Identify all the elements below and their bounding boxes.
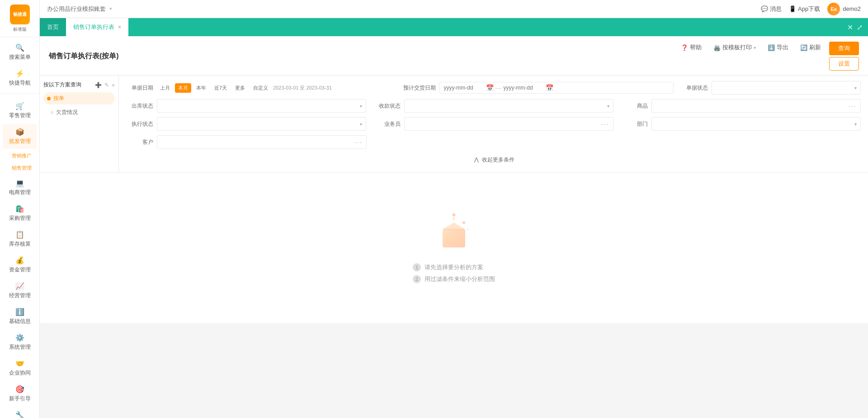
payment-label: 收款状态 <box>373 102 401 110</box>
message-label: 消息 <box>770 5 782 13</box>
query-button[interactable]: 查询 <box>829 42 859 55</box>
tab-close-all-icon[interactable]: ✕ <box>847 23 853 32</box>
sidebar-item-label: 搜索菜单 <box>9 53 31 61</box>
empty-svg <box>431 209 476 254</box>
sub-item-shortage[interactable]: 欠货情况 <box>43 106 115 119</box>
expected-date-from[interactable] <box>443 85 484 91</box>
sidebar-item-system[interactable]: ⚙️ 系统管理 <box>3 330 37 355</box>
export-button[interactable]: ⬇️ 导出 <box>764 42 792 53</box>
sidebar-child-marketing[interactable]: 营销推广 <box>0 150 39 162</box>
filter-row-3: 执行状态 ▾ 业务员 ··· 部门 <box>126 117 861 131</box>
inventory-icon: 📋 <box>15 230 24 239</box>
tab-home[interactable]: 首页 <box>40 18 66 36</box>
tab-expand-icon[interactable]: ⤢ <box>857 23 863 32</box>
empty-hint-1-text: 请先选择要分析的方案 <box>425 263 483 271</box>
edit-plan-icon[interactable]: ✎ <box>104 82 109 88</box>
sidebar-item-inventory[interactable]: 📋 库存核算 <box>3 227 37 252</box>
sidebar-item-ecommerce[interactable]: 💻 电商管理 <box>3 175 37 200</box>
svg-point-4 <box>467 228 468 230</box>
retail-icon: 🛒 <box>15 102 24 110</box>
dept-select[interactable]: ▾ <box>651 117 861 131</box>
collapse-row[interactable]: ⋀ 收起更多条件 <box>126 153 861 166</box>
sidebar-item-newbie[interactable]: 🎯 新手引导 <box>3 381 37 406</box>
download-icon: 📱 <box>789 5 796 12</box>
page-title: 销售订单执行表(按单) <box>49 52 119 61</box>
help-button[interactable]: ❓ 帮助 <box>677 42 705 53</box>
salesperson-dots-icon: ··· <box>601 120 609 128</box>
delivery-label: 出库状态 <box>126 102 153 110</box>
sidebar-item-appcenter[interactable]: 🔧 应用中心 <box>3 407 37 418</box>
customer-label: 客户 <box>126 138 153 146</box>
user-menu[interactable]: Ea demo2 <box>827 3 861 15</box>
breadcrumb-chevron: ▾ <box>109 6 112 12</box>
customer-select[interactable]: ··· <box>157 135 367 149</box>
sidebar-top-nav: 🔍 搜索菜单 ⚡ 快捷导航 <box>0 37 39 94</box>
more-btn[interactable]: 更多 <box>232 83 248 93</box>
goods-select[interactable]: ··· <box>651 99 861 113</box>
sidebar-item-purchase[interactable]: 🛍️ 采购管理 <box>3 201 37 226</box>
page-header: 销售订单执行表(按单) ❓ 帮助 🖨️ 按模板打印 ▾ ⬇️ 导出 <box>40 36 868 76</box>
empty-illustration <box>431 209 476 254</box>
expected-date-label: 预计交货日期 <box>403 84 436 92</box>
sidebar-item-label: 采购管理 <box>9 214 31 222</box>
last-month-btn[interactable]: 上月 <box>157 83 173 93</box>
main-area: 办公用品行业模拟账套 ▾ 💬 消息 📱 App下载 Ea demo2 首页 销售… <box>40 0 868 418</box>
download-label: App下载 <box>798 5 820 13</box>
sidebar-item-operations[interactable]: 📈 经营管理 <box>3 278 37 303</box>
sidebar-item-retail[interactable]: 🛒 零售管理 <box>3 98 37 123</box>
status-select[interactable]: ▾ <box>712 81 861 95</box>
sidebar-item-basic[interactable]: ℹ️ 基础信息 <box>3 304 37 329</box>
system-icon: ⚙️ <box>15 333 24 342</box>
print-icon: 🖨️ <box>713 44 721 51</box>
calendar-from-icon[interactable]: 📅 <box>486 84 494 91</box>
sidebar-item-quicknav[interactable]: ⚡ 快捷导航 <box>3 66 37 90</box>
filter-row-4: 客户 ··· <box>126 135 861 149</box>
sidebar-item-finance[interactable]: 💰 资金管理 <box>3 252 37 277</box>
setting-button[interactable]: 设置 <box>829 57 859 71</box>
sidebar-item-search[interactable]: 🔍 搜索菜单 <box>3 40 37 65</box>
newbie-icon: 🎯 <box>15 385 24 394</box>
calendar-to-icon[interactable]: 📅 <box>546 84 553 91</box>
goods-dots-icon: ··· <box>849 102 857 109</box>
delivery-chevron-icon: ▾ <box>360 104 362 109</box>
tab-sales-order[interactable]: 销售订单执行表 × <box>66 18 128 36</box>
empty-hint-2: 2 用过滤条件来缩小分析范围 <box>413 275 495 283</box>
tab-close-icon[interactable]: × <box>118 24 121 30</box>
plan-item-order[interactable]: 按单 <box>43 92 115 104</box>
salesperson-select[interactable]: ··· <box>404 117 613 131</box>
plan-dot <box>47 97 51 100</box>
exec-select[interactable]: ▾ <box>157 117 366 131</box>
sidebar-main-nav: 🛒 零售管理 📦 批发管理 营销推广 销售管理 💻 电商管理 🛍️ 采购管理 📋… <box>0 95 39 418</box>
delivery-select[interactable]: ▾ <box>157 99 366 113</box>
this-month-btn[interactable]: 本月 <box>175 83 191 93</box>
svg-rect-0 <box>443 229 465 247</box>
payment-select[interactable]: ▾ <box>404 99 613 113</box>
header-action-group: ❓ 帮助 🖨️ 按模板打印 ▾ ⬇️ 导出 🔄 刷新 <box>677 42 825 53</box>
print-button[interactable]: 🖨️ 按模板打印 ▾ <box>710 42 760 53</box>
filter-sidebar-title: 按以下方案查询 <box>43 81 81 89</box>
sidebar-item-label: 批发管理 <box>9 138 31 145</box>
add-plan-icon[interactable]: ➕ <box>95 82 102 88</box>
top-header: 办公用品行业模拟账套 ▾ 💬 消息 📱 App下载 Ea demo2 <box>40 0 868 18</box>
custom-btn[interactable]: 自定义 <box>250 83 271 93</box>
last7-btn[interactable]: 近7天 <box>211 83 230 93</box>
sidebar-item-collab[interactable]: 🤝 企业协同 <box>3 356 37 380</box>
refresh-button[interactable]: 🔄 刷新 <box>797 42 825 53</box>
filter-row-1: 单据日期 上月 本月 本年 近7天 更多 自定义 <box>126 81 861 95</box>
message-button[interactable]: 💬 消息 <box>761 5 782 13</box>
sidebar-child-sales[interactable]: 销售管理 <box>0 162 39 174</box>
app-download-button[interactable]: 📱 App下载 <box>789 5 820 13</box>
collapse-sidebar-icon[interactable]: « <box>112 82 115 88</box>
header-breadcrumb: 办公用品行业模拟账套 ▾ <box>47 5 112 13</box>
empty-hint-2-text: 用过滤条件来缩小分析范围 <box>425 275 495 283</box>
exec-label: 执行状态 <box>126 120 153 128</box>
sidebar-item-label: 基础信息 <box>9 318 31 325</box>
sidebar-item-label: 快捷导航 <box>9 79 31 87</box>
expected-date-to[interactable] <box>503 85 544 91</box>
filter-group-exec: 执行状态 ▾ <box>126 117 366 131</box>
filter-group-payment: 收款状态 ▾ <box>373 99 613 113</box>
this-year-btn[interactable]: 本年 <box>193 83 209 93</box>
filter-section-wrapper: 按以下方案查询 ➕ ✎ « 按单 欠货情况 <box>40 76 868 172</box>
sidebar-item-wholesale[interactable]: 📦 批发管理 <box>3 124 37 149</box>
sidebar-item-label: 企业协同 <box>9 369 31 377</box>
